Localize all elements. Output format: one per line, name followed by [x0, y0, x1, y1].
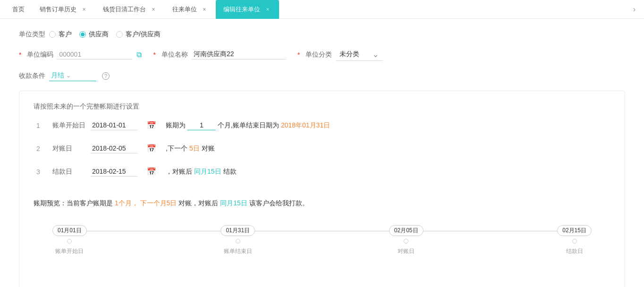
- preview-period1: 1个月，: [115, 199, 138, 207]
- timeline-label-2: 对账日: [398, 247, 415, 255]
- close-tab-cash-work[interactable]: ×: [150, 6, 157, 13]
- start-date-input[interactable]: [90, 120, 137, 130]
- required-mark-category: *: [297, 51, 300, 59]
- reconcile-day-highlight: 5日: [189, 144, 200, 153]
- row-3-desc: ，对账后 同月15日 结款: [166, 168, 237, 176]
- close-tab-edit-partner[interactable]: ×: [264, 6, 271, 13]
- radio-customer[interactable]: 客户: [49, 30, 72, 39]
- radio-supplier-circle: [79, 31, 86, 38]
- field-label-2: 对账日: [52, 144, 81, 153]
- payment-term-row: 收款条件 月结 ⌄ ?: [19, 70, 625, 81]
- timeline-point-2: 02月05日 对账日: [389, 225, 424, 255]
- end-date-highlight: 2018年01月31日: [281, 121, 330, 130]
- timeline-dot-2: [404, 239, 408, 244]
- preview-text: 账期预览：当前客户账期是 1个月， 下一个月5日 对账，对账后 同月15日 该客…: [34, 197, 610, 209]
- close-tab-sales-history[interactable]: ×: [80, 6, 88, 13]
- row-2-desc: ,下一个 5日 对账: [166, 144, 215, 153]
- payment-date-calendar-icon[interactable]: 📅: [147, 167, 156, 176]
- unit-name-input[interactable]: [192, 50, 286, 59]
- timeline-label-3: 结款日: [566, 247, 583, 255]
- unit-name-label: 单位名称: [161, 51, 188, 59]
- tab-partner[interactable]: 往来单位 ×: [165, 0, 216, 19]
- timeline-badge-2: 02月05日: [389, 225, 424, 236]
- row-1-desc: 账期为 个月,账单结束日期为 2018年01月31日: [166, 120, 330, 130]
- row-num-1: 1: [34, 122, 43, 129]
- reconcile-date-calendar-icon[interactable]: 📅: [147, 144, 156, 153]
- setting-row-3: 3 结款日 📅 ，对账后 同月15日 结款: [34, 167, 610, 177]
- payment-term-group: 收款条件 月结 ⌄ ?: [19, 70, 110, 81]
- unit-category-label: 单位分类: [305, 51, 332, 59]
- unit-info-row: * 单位编码 ⧉ * 单位名称 * 单位分类 未分类 ⌄: [19, 48, 625, 61]
- tab-more-arrow[interactable]: ›: [629, 5, 639, 14]
- payment-day-highlight: 同月15日: [194, 168, 221, 176]
- preview-section: 账期预览：当前客户账期是 1个月， 下一个月5日 对账，对账后 同月15日 该客…: [34, 190, 610, 282]
- row-num-3: 3: [34, 168, 43, 176]
- payment-term-arrow: ⌄: [66, 72, 71, 79]
- timeline-badge-3: 02月15日: [557, 225, 592, 236]
- tab-bar: 首页 销售订单历史 × 钱货日清工作台 × 往来单位 × 编辑往来单位 × ›: [0, 0, 644, 19]
- preview-period2: 下一个月5日: [140, 199, 177, 207]
- unit-category-group: * 单位分类 未分类 ⌄: [297, 48, 383, 61]
- preview-period3: 同月15日: [220, 199, 247, 207]
- timeline-dot-3: [572, 239, 577, 244]
- reconcile-date-input[interactable]: [90, 144, 137, 153]
- field-label-1: 账单开始日: [52, 121, 81, 130]
- tab-edit-partner[interactable]: 编辑往来单位 ×: [216, 0, 279, 19]
- category-dropdown-arrow: ⌄: [372, 49, 379, 59]
- start-date-calendar-icon[interactable]: 📅: [147, 121, 156, 130]
- radio-both[interactable]: 客户/供应商: [116, 30, 161, 39]
- timeline-badge-1: 01月31日: [220, 225, 255, 236]
- tab-sales-history[interactable]: 销售订单历史 ×: [32, 0, 95, 19]
- setting-row-1: 1 账单开始日 📅 账期为 个月,账单结束日期为 2018年01月31日: [34, 120, 610, 130]
- timeline-badge-0: 01月01日: [52, 225, 87, 236]
- timeline-point-3: 02月15日 结款日: [557, 225, 592, 255]
- unit-code-input[interactable]: [57, 50, 133, 59]
- unit-type-group: 单位类型 客户 供应商 客户/供应商: [19, 30, 161, 39]
- radio-customer-circle: [49, 31, 56, 38]
- timeline-points: 01月01日 账单开始日 01月31日 账单结束日 02月05日 对账日: [52, 225, 592, 255]
- tab-cash-work[interactable]: 钱货日清工作台 ×: [95, 0, 165, 19]
- timeline-point-0: 01月01日 账单开始日: [52, 225, 87, 255]
- unit-code-label: 单位编码: [27, 51, 53, 59]
- period-input[interactable]: [187, 120, 216, 130]
- payment-term-label: 收款条件: [19, 72, 45, 80]
- copy-icon[interactable]: ⧉: [136, 51, 142, 59]
- unit-type-radio-group: 客户 供应商 客户/供应商: [49, 30, 161, 39]
- timeline-label-0: 账单开始日: [55, 247, 84, 255]
- unit-category-dropdown[interactable]: 未分类 ⌄: [336, 48, 383, 61]
- timeline-container: 01月01日 账单开始日 01月31日 账单结束日 02月05日 对账日: [34, 220, 610, 274]
- close-tab-partner[interactable]: ×: [201, 6, 208, 13]
- unit-type-label: 单位类型: [19, 30, 45, 39]
- row-num-2: 2: [34, 145, 43, 152]
- payment-term-help-icon[interactable]: ?: [102, 72, 110, 80]
- unit-code-group: * 单位编码 ⧉: [19, 50, 142, 59]
- setting-row-2: 2 对账日 📅 ,下一个 5日 对账: [34, 144, 610, 153]
- settings-card: 请按照未来的一个完整帐期进行设置 1 账单开始日 📅 账期为 个月,账单结束日期…: [19, 91, 625, 287]
- payment-term-value: 月结: [51, 71, 64, 80]
- timeline-label-1: 账单结束日: [224, 247, 252, 255]
- unit-name-group: * 单位名称: [153, 50, 286, 59]
- unit-category-value: 未分类: [339, 50, 370, 59]
- radio-both-circle: [116, 31, 123, 38]
- radio-supplier[interactable]: 供应商: [79, 30, 109, 39]
- card-title: 请按照未来的一个完整帐期进行设置: [34, 102, 610, 111]
- timeline-dot-0: [67, 239, 72, 244]
- unit-type-row: 单位类型 客户 供应商 客户/供应商: [19, 30, 625, 39]
- timeline-dot-1: [236, 239, 240, 244]
- payment-term-select[interactable]: 月结 ⌄: [49, 70, 96, 81]
- main-content: 单位类型 客户 供应商 客户/供应商 * 单位编码: [0, 19, 644, 287]
- timeline-point-1: 01月31日 账单结束日: [220, 225, 255, 255]
- tab-home[interactable]: 首页: [5, 0, 32, 19]
- required-mark-code: *: [19, 51, 21, 59]
- required-mark-name: *: [153, 51, 155, 59]
- payment-date-input[interactable]: [90, 167, 137, 177]
- field-label-3: 结款日: [52, 168, 81, 176]
